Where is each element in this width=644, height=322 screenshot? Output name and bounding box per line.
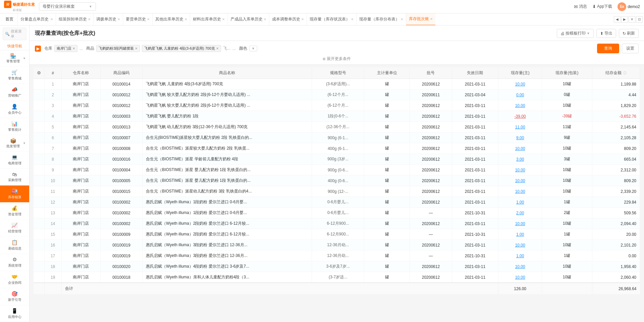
product-tag-xingfeihan[interactable]: 飞鹤星飞帆 儿童奶粉 4段(3-6岁适用) 700克 ✕ [142, 45, 221, 52]
product-ellipsis[interactable]: ... [232, 46, 236, 51]
cell-qty-main[interactable]: 3.00 [498, 154, 542, 165]
tab-chengbentiaozhen[interactable]: 成本调整单历史 ✕ [269, 13, 307, 25]
sidebar-item-yingyongzhongxin[interactable]: 📱 应用中心 [0, 305, 29, 322]
tab-close-icon[interactable]: ✕ [88, 17, 91, 21]
tab-close-all-btn[interactable]: ✕ [629, 16, 635, 23]
table-row: 2 南岸门店 00100012 飞鹤星飞帆 较大婴儿配方奶粉 2段(6-12个月… [34, 90, 640, 100]
color-dropdown-icon[interactable]: ▼ [249, 46, 257, 51]
cell-qty-main[interactable]: 10.00 [498, 272, 542, 283]
cell-qty-main[interactable]: 9.00 [498, 132, 542, 143]
tab-expand-btn[interactable]: ⊡ [636, 16, 643, 23]
system-icon: ⚙ [12, 257, 17, 263]
cell-qty-main[interactable]: 10.00 [498, 261, 542, 272]
cell-name: 飞鹤星飞帆 婴儿配方奶粉 1段 [143, 111, 312, 122]
warehouse-tag-nanan[interactable]: 南岸门店 ✕ [54, 45, 77, 52]
cell-qty-pkg: 10罐 [542, 100, 592, 111]
tab-close-icon[interactable]: ✕ [430, 17, 433, 21]
cell-batch: 20200612 [410, 122, 452, 132]
cell-code: 00100009 [100, 229, 142, 240]
sidebar-item-lingshoushangcheng[interactable]: 🛒 零售商城 [0, 67, 29, 84]
cell-qty-main[interactable]: 10.00 [498, 79, 542, 90]
tab-close-icon[interactable]: ✕ [264, 17, 266, 21]
product-filter: 商品 飞鹤奶粉3段丙罐摆装 ✕ 飞鹤星飞帆 儿童奶粉 4段(3-6岁适用) 70… [86, 45, 236, 52]
cell-qty-main[interactable]: 10.00 [498, 175, 542, 186]
refresh-btn[interactable]: ↻ 刷新 [619, 29, 639, 38]
tab-close-icon[interactable]: ✕ [117, 17, 120, 21]
sidebar-item-pifa[interactable]: 📦 批发管理 ▼ [0, 135, 29, 152]
sidebar-item-jingying[interactable]: 📈 经营管理 [0, 220, 29, 237]
cell-qty-main[interactable]: 10.00 [498, 218, 542, 229]
cell-qty-main[interactable]: 1.00 [498, 251, 542, 261]
user-profile[interactable]: Ea demo2 [618, 2, 640, 11]
cell-name: 飞鹤星飞帆 幼儿配方奶粉 3段(12-36个月幼儿适用) 700克 [143, 122, 312, 132]
tab-xiancunliang-dist[interactable]: 现存量（库存分布表） ✕ [357, 13, 406, 25]
tab-close-icon[interactable]: ✕ [222, 17, 225, 21]
tab-close-icon[interactable]: ✕ [147, 17, 150, 21]
messages-btn[interactable]: ✉ 消息 [574, 4, 587, 9]
sidebar-item-kucunhesuan[interactable]: 🏭 库存核算 [0, 185, 29, 203]
cell-qty-main[interactable]: 10.00 [498, 186, 542, 197]
tag-close-icon2[interactable]: ✕ [135, 47, 138, 50]
tab-diaopo[interactable]: 调拨单历史 ✕ [94, 13, 123, 25]
cell-qty-main[interactable]: 10.00 [498, 165, 542, 175]
tab-qitachuku[interactable]: 其他出库单历史 ✕ [153, 13, 190, 25]
product-filter-label: 商品 [86, 46, 94, 51]
print-btn[interactable]: 🖨 按模板打印 ▼ [557, 29, 594, 38]
cell-qty-main[interactable]: 1.00 [498, 229, 542, 240]
cell-no: 7 [44, 143, 61, 154]
cell-qty-main[interactable]: 10.00 [498, 100, 542, 111]
sidebar-item-lingshoutongji[interactable]: 📊 零售统计 [0, 118, 29, 135]
expand-toggle-btn[interactable]: ▶ [35, 46, 41, 52]
cell-qty-main[interactable]: 10.00 [498, 143, 542, 154]
tab-yaohuo[interactable]: 要货单历史 ✕ [123, 13, 153, 25]
col-settings[interactable]: ⚙ [34, 67, 44, 79]
tag-close-icon[interactable]: ✕ [72, 47, 75, 50]
query-btn[interactable]: 查询 [597, 44, 619, 53]
tab-zuzhai[interactable]: 组装拆卸单历史 ✕ [56, 13, 94, 25]
quick-nav[interactable]: 快捷导航 [0, 42, 29, 50]
cell-qty-main[interactable]: 2.00 [498, 208, 542, 218]
tab-close-icon[interactable]: ✕ [301, 17, 304, 21]
tab-kucun-pici[interactable]: 库存批次账 ✕ [406, 13, 435, 25]
sidebar-item-zijin[interactable]: 💰 资金管理 [0, 203, 29, 220]
tab-prev-btn[interactable]: ◀ [614, 16, 621, 23]
tag-close-icon3[interactable]: ✕ [216, 47, 219, 50]
tab-chengpinruku[interactable]: 产成品入库单历史 ✕ [228, 13, 269, 25]
sidebar-item-xitong[interactable]: ⚙ 系统管理 [0, 254, 29, 271]
tab-close-icon[interactable]: ✕ [351, 17, 354, 21]
tab-close-icon[interactable]: ✕ [400, 17, 403, 21]
sidebar-item-yingxiao[interactable]: 📣 营销推广 [0, 84, 29, 101]
warehouse-selector[interactable]: 母婴行业演示账套 ▼ [39, 2, 96, 11]
search-input-container[interactable]: 🔍 搜索菜单 [3, 28, 26, 40]
sidebar-item-caigou[interactable]: 🛍 采购管理 [0, 169, 29, 185]
export-btn[interactable]: ⬆ 导出 [596, 29, 616, 38]
cell-qty-main[interactable]: -39.00 [498, 111, 542, 122]
cell-batch: 20200612 [410, 272, 452, 283]
cell-qty-main[interactable]: 0.00 [498, 90, 542, 100]
tab-cailiaochuku[interactable]: 材料出库单历史 ✕ [190, 13, 228, 25]
tab-close-icon[interactable]: ✕ [50, 17, 53, 21]
sidebar-item-lingshougls[interactable]: 🏪 零售管理 ▼ [0, 50, 29, 67]
cell-qty-main[interactable]: 10.00 [498, 240, 542, 251]
ellipsis-more[interactable]: ... [79, 46, 83, 51]
sidebar-item-xinshouyindao[interactable]: 🎯 新手引导 [0, 288, 29, 305]
cell-name: 飞鹤星飞帆 较大婴儿配方奶粉 2段(6-12个月婴幼儿适用) ... [143, 90, 312, 100]
sidebar-item-jichuxxinxi[interactable]: 📋 基础信息 [0, 237, 29, 254]
settings-btn[interactable]: 设置 [622, 44, 639, 53]
column-settings-icon[interactable]: ⚙ [37, 70, 41, 75]
balance-info-icon[interactable]: ⓘ [623, 71, 627, 75]
tab-home[interactable]: 首页 [1, 13, 18, 25]
product-tag-feihe3[interactable]: 飞鹤奶粉3段丙罐摆装 ✕ [96, 45, 140, 52]
tab-next-btn[interactable]: ▶ [621, 16, 628, 23]
cell-qty-main[interactable]: 1.00 [498, 197, 542, 208]
sidebar-item-diansang[interactable]: 💻 电商管理 [0, 152, 29, 169]
sidebar-item-huiyuan[interactable]: 👤 会员中心 [0, 101, 29, 118]
app-download-btn[interactable]: ⬇ App下载 [592, 4, 612, 9]
cell-qty-main[interactable]: 11.00 [498, 122, 542, 132]
product-more-label[interactable]: 飞... [223, 46, 230, 51]
tab-close-icon[interactable]: ✕ [184, 17, 187, 21]
expand-more-btn[interactable]: ⊞ 展开更多条件 [320, 55, 354, 62]
tab-xiancunliang-status[interactable]: 现存量（库存状况表） ✕ [307, 13, 357, 25]
tab-fenliangpandian[interactable]: 分量盘点单历史 ✕ [18, 13, 56, 25]
sidebar-item-qiyexietong[interactable]: 🤝 企业协同 [0, 271, 29, 288]
